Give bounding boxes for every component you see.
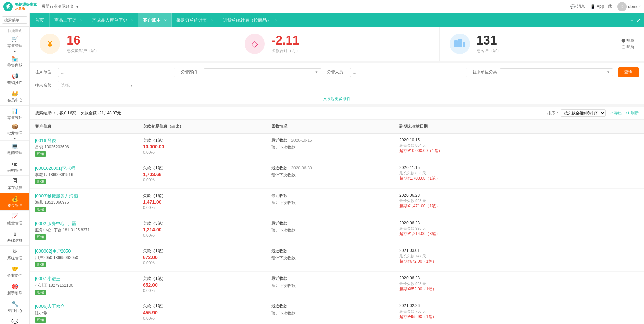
debt-percent: 0.00% bbox=[143, 205, 271, 210]
filter-unit-category: 往来单位分类 ▼ bbox=[473, 68, 613, 76]
sidebar-item-marketing[interactable]: 📢 营销推广 bbox=[0, 70, 29, 88]
overdue-date: 2020.06.23 bbox=[399, 220, 639, 225]
customer-info-cell: [0006]去下粮仓 陈小希 现销 bbox=[35, 303, 143, 323]
sidebar-item-retail-mgmt[interactable]: 🛒 零售管理 ▲ bbox=[0, 35, 29, 53]
customer-name[interactable]: [000002]用户2050 bbox=[35, 248, 143, 254]
from-unit-input[interactable]: ... bbox=[58, 68, 175, 77]
sidebar-item-inventory[interactable]: 🗄 库存核算 bbox=[0, 176, 29, 193]
app-download-btn[interactable]: 📱 App下载 bbox=[590, 4, 612, 9]
search-input[interactable] bbox=[2, 16, 27, 24]
customer-tag: 现销 bbox=[35, 290, 46, 295]
unit-cat-select[interactable]: ▼ bbox=[500, 68, 613, 76]
filter-row-1: 往来单位 ... 分管部门 ▼ bbox=[35, 67, 639, 77]
debt-amount[interactable]: 652.00 bbox=[143, 282, 271, 288]
sidebar-item-enterprise[interactable]: 🤝 企业协同 bbox=[0, 263, 29, 281]
total-customers-info: 131 总客户（家） bbox=[477, 34, 501, 54]
balance-select[interactable]: 选择... ▼ bbox=[58, 81, 136, 90]
user-menu-btn[interactable]: D demo2 bbox=[617, 2, 641, 11]
customer-name[interactable]: [0007]小进王 bbox=[35, 276, 143, 282]
sidebar-item-basic-info[interactable]: ℹ 基础信息 bbox=[0, 228, 29, 246]
message-btn[interactable]: 💬 消息 bbox=[570, 4, 585, 9]
system-selector[interactable]: 母婴行业演示账套 ▼ bbox=[37, 4, 83, 9]
overdue-amount[interactable]: 超期¥1,471.00（1笔） bbox=[399, 203, 639, 209]
debt-info-cell: 欠款（1笔） 672.00 0.00% bbox=[143, 248, 271, 265]
debt-amount[interactable]: 672.00 bbox=[143, 255, 271, 260]
sort-select[interactable]: 按欠款金额倒序排序 bbox=[561, 109, 606, 117]
tab-close-icon[interactable]: ✕ bbox=[211, 19, 213, 22]
overdue-amount[interactable]: 超期¥672.00（1笔） bbox=[399, 259, 639, 264]
tab-close-icon[interactable]: ✕ bbox=[164, 19, 167, 22]
overdue-amount[interactable]: 超期¥455.90（1笔） bbox=[399, 314, 639, 320]
total-debt-number: -2.11 bbox=[272, 34, 300, 47]
overdue-date: 2020.06.23 bbox=[399, 276, 639, 281]
tab-purchase-stats[interactable]: 采购订单统计表 ✕ bbox=[172, 13, 218, 27]
video-link[interactable]: ⬤ 视频 bbox=[621, 38, 634, 43]
chevron-down-icon: ▼ bbox=[75, 4, 79, 9]
tab-home[interactable]: 首页 bbox=[30, 13, 50, 27]
person-input[interactable]: ... bbox=[350, 68, 467, 77]
sidebar-item-app-center[interactable]: 🔧 应用中心 bbox=[0, 298, 29, 316]
sidebar-item-purchase[interactable]: 🛍 采购管理 bbox=[0, 158, 29, 176]
table-row: [0001020001]李老师 李老师 18600391516 现销 欠款（1笔… bbox=[30, 161, 644, 189]
dept-select[interactable]: ▼ bbox=[204, 68, 321, 76]
export-icon: ↗ bbox=[610, 111, 613, 115]
debt-count: 欠款（1笔） bbox=[143, 193, 271, 199]
sidebar-item-system[interactable]: ⚙ 系统管理 bbox=[0, 246, 29, 263]
sidebar-item-wholesale[interactable]: 📦 批发管理 ▼ bbox=[0, 123, 29, 141]
customer-phone: 小进王 18279152100 bbox=[35, 283, 143, 288]
main-content: ¥ 16 总欠款客户（家） ◇ -2.11 欠款合计（万） bbox=[30, 27, 644, 324]
debt-count: 欠款（1笔） bbox=[143, 138, 271, 143]
debt-info-cell: 欠款（3笔） 1,214.00 0.00% bbox=[143, 220, 271, 238]
query-button[interactable]: 查询 bbox=[618, 67, 639, 77]
tab-stock-stats[interactable]: 进货单统计表（按商品） ✕ bbox=[218, 13, 282, 27]
summary-section: ¥ 16 总欠款客户（家） ◇ -2.11 欠款合计（万） bbox=[30, 27, 644, 61]
tab-production[interactable]: 产成品入库单历史 ✕ bbox=[87, 13, 138, 27]
sidebar-item-business[interactable]: 📈 经营管理 bbox=[0, 211, 29, 228]
overdue-amount[interactable]: 超期¥10,000.00（1笔） bbox=[399, 148, 639, 154]
customer-tag: 现销 bbox=[35, 317, 46, 323]
debt-percent: 0.00% bbox=[143, 233, 271, 238]
sidebar-item-guide[interactable]: 🎯 新手引导 bbox=[0, 281, 29, 298]
collapse-filters-btn[interactable]: ⋀ 收起更多条件 bbox=[35, 94, 639, 104]
help-link[interactable]: ⓪ 帮助 bbox=[622, 45, 634, 50]
tab-minimize-icon[interactable]: － bbox=[629, 17, 634, 23]
overdue-amount[interactable]: 超期¥1,703.68（1笔） bbox=[399, 176, 639, 181]
collection-cell: 最近收款 2020-10-15 预计下次收款 bbox=[271, 138, 399, 150]
collection-next: 预计下次收款 bbox=[271, 283, 399, 289]
tab-close-icon[interactable]: ✕ bbox=[131, 19, 133, 22]
tab-close-icon[interactable]: ✕ bbox=[275, 19, 277, 22]
customer-name[interactable]: [0016]吕俊 bbox=[35, 138, 143, 144]
tab-customer-account[interactable]: 客户账本 ✕ bbox=[138, 13, 172, 27]
balance-label: 往来余额 bbox=[35, 83, 55, 88]
sidebar-item-retail-stats[interactable]: 📊 零售统计 bbox=[0, 106, 29, 123]
debt-info-cell: 欠款（1笔） 455.90 0.00% bbox=[143, 303, 271, 321]
sidebar-item-finance[interactable]: 💰 资金管理 bbox=[0, 193, 29, 211]
customer-name[interactable]: [0006]去下粮仓 bbox=[35, 303, 143, 310]
collection-cell: 最近收款 2020-06-30 预计下次收款 bbox=[271, 165, 399, 178]
tab-close-icon[interactable]: ✕ bbox=[80, 19, 82, 22]
customer-name[interactable]: [0003]畅捷服务尹海燕 bbox=[35, 193, 143, 199]
debt-amount[interactable]: 1,214.00 bbox=[143, 227, 271, 232]
customer-name[interactable]: [0002]服务中心_丁磊 bbox=[35, 220, 143, 227]
export-button[interactable]: ↗ 导出 bbox=[610, 110, 622, 116]
customer-name[interactable]: [0001020001]李老师 bbox=[35, 165, 143, 171]
debt-amount[interactable]: 1,471.00 bbox=[143, 199, 271, 205]
basic-info-icon: ℹ bbox=[14, 231, 16, 237]
chevron-up-icon: ⋀ bbox=[323, 97, 327, 101]
overdue-cell: 2021.03.01 最长欠款 747 天 超期¥672.00（1笔） bbox=[399, 248, 639, 264]
refresh-button[interactable]: ↺ 刷新 bbox=[626, 110, 639, 116]
debt-amount[interactable]: 455.90 bbox=[143, 310, 271, 315]
retail-mall-icon: 🏪 bbox=[11, 55, 18, 62]
sidebar-item-members[interactable]: 👑 会员中心 bbox=[0, 88, 29, 106]
sidebar-item-wechat[interactable]: 💬 企业微信 bbox=[0, 316, 29, 324]
sidebar-item-ecommerce[interactable]: 💻 电商管理 bbox=[0, 141, 29, 158]
debt-amount[interactable]: 1,703.68 bbox=[143, 172, 271, 177]
overdue-amount[interactable]: 超期¥652.00（1笔） bbox=[399, 286, 639, 292]
avatar: D bbox=[617, 2, 627, 11]
sidebar-item-retail-mall[interactable]: 🏪 零售商城 bbox=[0, 53, 29, 70]
tab-expand-icon[interactable]: ⤢ bbox=[637, 18, 641, 23]
total-debt-info: -2.11 欠款合计（万） bbox=[272, 34, 300, 54]
overdue-amount[interactable]: 超期¥1,214.00（3笔） bbox=[399, 231, 639, 237]
tab-goods[interactable]: 商品上下架 ✕ bbox=[50, 13, 87, 27]
debt-amount[interactable]: 10,000.00 bbox=[143, 144, 271, 149]
